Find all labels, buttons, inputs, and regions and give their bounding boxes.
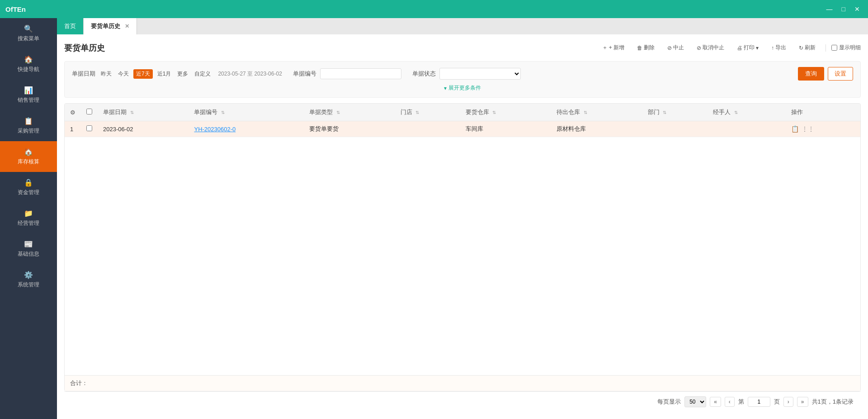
sort-req-warehouse-icon: ⇅ xyxy=(492,110,496,115)
export-button[interactable]: ↑ 导出 xyxy=(767,42,791,54)
th-out-warehouse[interactable]: 待出仓库 ⇅ xyxy=(551,104,642,121)
row-select-checkbox[interactable] xyxy=(86,125,92,131)
shortcut-more[interactable]: 更多 xyxy=(175,69,190,79)
content-area: 首页 要货单历史 ✕ 要货单历史 ＋ + 新增 xyxy=(57,18,868,419)
sort-out-warehouse-icon: ⇅ xyxy=(584,110,587,115)
date-shortcuts: 昨天 今天 近7天 近1月 更多 自定义 xyxy=(99,69,212,79)
expand-label: 展开更多条件 xyxy=(448,84,481,92)
export-icon: ↑ xyxy=(771,45,774,51)
date-filter: 单据日期 昨天 今天 近7天 近1月 更多 自定义 2023-05-27 至 2… xyxy=(72,69,282,79)
expand-icon: ▾ xyxy=(444,85,447,91)
status-select[interactable] xyxy=(439,68,521,80)
page-title: 要货单历史 xyxy=(64,43,105,53)
th-store[interactable]: 门店 ⇅ xyxy=(395,104,460,121)
order-number-link[interactable]: YH-20230602-0 xyxy=(194,126,236,133)
sidebar-item-search[interactable]: 🔍 搜索菜单 xyxy=(0,18,57,49)
new-icon: ＋ xyxy=(602,44,608,52)
maximize-button[interactable]: □ xyxy=(839,5,848,14)
tab-close-icon[interactable]: ✕ xyxy=(125,23,129,29)
row-number: YH-20230602-0 xyxy=(189,121,304,137)
display-detail-toggle[interactable]: 显示明细 xyxy=(831,44,861,52)
th-settings[interactable]: ⚙ xyxy=(65,104,81,121)
cancel-stop-button[interactable]: ⊘ 取消中止 xyxy=(692,42,729,54)
sidebar: 🔍 搜索菜单 🏠 快捷导航 📊 销售管理 📋 采购管理 🏠 库存核算 🔒 xyxy=(0,18,57,419)
sidebar-item-sales[interactable]: 📊 销售管理 xyxy=(0,80,57,110)
action-icons: 📋 ⋮⋮ xyxy=(791,125,855,133)
print-button[interactable]: 🖨 打印 ▾ xyxy=(732,42,763,54)
inventory-icon: 🏠 xyxy=(24,148,33,156)
expand-filters-button[interactable]: ▾ 展开更多条件 xyxy=(72,84,853,92)
th-checkbox xyxy=(81,104,98,121)
row-handler xyxy=(708,121,786,137)
edit-action-icon[interactable]: 📋 xyxy=(791,125,799,133)
page-label: 第 xyxy=(738,398,744,406)
pagination-bar: 每页显示 50 « ‹ 第 页 › » 共1页，1条记录 xyxy=(64,391,861,412)
th-type[interactable]: 单据类型 ⇅ xyxy=(304,104,395,121)
stop-button[interactable]: ⊘ 中止 xyxy=(663,42,689,54)
sidebar-label-finance: 资金管理 xyxy=(18,189,39,196)
th-handler[interactable]: 经手人 ⇅ xyxy=(708,104,786,121)
data-table: ⚙ 单据日期 ⇅ 单据编号 xyxy=(65,104,860,137)
next-page-button[interactable]: › xyxy=(783,397,793,407)
toolbar-divider xyxy=(826,44,826,52)
page-content: 要货单历史 ＋ + 新增 🗑 删除 ⊘ 中止 xyxy=(57,34,868,419)
th-date[interactable]: 单据日期 ⇅ xyxy=(98,104,189,121)
delete-button[interactable]: 🗑 删除 xyxy=(632,42,659,54)
th-department[interactable]: 部门 ⇅ xyxy=(642,104,708,121)
tab-home-label: 首页 xyxy=(64,22,76,30)
row-store xyxy=(395,121,460,137)
total-info: 共1页，1条记录 xyxy=(812,398,854,406)
page-header: 要货单历史 ＋ + 新增 🗑 删除 ⊘ 中止 xyxy=(64,42,861,54)
page-suffix: 页 xyxy=(774,398,780,406)
sort-store-icon: ⇅ xyxy=(415,110,419,115)
tab-home[interactable]: 首页 xyxy=(57,18,84,34)
order-number-label: 单据编号 xyxy=(293,70,316,78)
refresh-button[interactable]: ↻ 刷新 xyxy=(794,42,820,54)
tab-requisition-label: 要货单历史 xyxy=(91,22,120,30)
shortcut-custom[interactable]: 自定义 xyxy=(193,69,212,79)
th-req-warehouse[interactable]: 要货仓库 ⇅ xyxy=(460,104,551,121)
row-out-warehouse: 原材料仓库 xyxy=(551,121,642,137)
prev-page-button[interactable]: ‹ xyxy=(725,397,735,407)
sidebar-item-inventory[interactable]: 🏠 库存核算 xyxy=(0,141,57,172)
sort-handler-icon: ⇅ xyxy=(734,110,738,115)
settings-button[interactable]: 设置 xyxy=(828,67,853,81)
top-bar: OfTEn — □ ✕ xyxy=(0,0,868,18)
sort-department-icon: ⇅ xyxy=(663,110,666,115)
select-all-checkbox[interactable] xyxy=(86,109,92,114)
per-page-select[interactable]: 50 xyxy=(684,396,706,407)
sidebar-item-shortcut[interactable]: 🏠 快捷导航 xyxy=(0,49,57,80)
stop-icon: ⊘ xyxy=(667,45,672,51)
close-button[interactable]: ✕ xyxy=(852,5,863,14)
shortcut-7days[interactable]: 近7天 xyxy=(133,69,153,79)
tab-requisition-history[interactable]: 要货单历史 ✕ xyxy=(84,18,137,34)
sidebar-item-finance[interactable]: 🔒 资金管理 xyxy=(0,172,57,203)
more-action-icon[interactable]: ⋮⋮ xyxy=(802,125,814,133)
minimize-button[interactable]: — xyxy=(824,5,835,14)
sidebar-label-shortcut: 快捷导航 xyxy=(18,66,39,73)
shortcut-yesterday[interactable]: 昨天 xyxy=(99,69,113,79)
sidebar-item-operation[interactable]: 📁 经营管理 xyxy=(0,203,57,233)
th-number[interactable]: 单据编号 ⇅ xyxy=(189,104,304,121)
sidebar-label-system: 系统管理 xyxy=(18,281,39,289)
filter-area: 单据日期 昨天 今天 近7天 近1月 更多 自定义 2023-05-27 至 2… xyxy=(64,61,861,98)
last-page-button[interactable]: » xyxy=(797,397,808,407)
new-button[interactable]: ＋ + 新增 xyxy=(598,42,629,54)
home-icon: 🏠 xyxy=(24,55,33,64)
query-button[interactable]: 查询 xyxy=(798,67,824,81)
shortcut-today[interactable]: 今天 xyxy=(116,69,131,79)
footer-label: 合计： xyxy=(70,380,88,386)
purchase-icon: 📋 xyxy=(24,117,33,125)
sidebar-item-purchase[interactable]: 📋 采购管理 xyxy=(0,110,57,141)
order-number-input[interactable] xyxy=(320,68,401,79)
display-detail-checkbox[interactable] xyxy=(831,45,837,51)
shortcut-1month[interactable]: 近1月 xyxy=(156,69,173,79)
sidebar-item-basic[interactable]: 📰 基础信息 xyxy=(0,233,57,264)
sidebar-item-system[interactable]: ⚙️ 系统管理 xyxy=(0,264,57,295)
sales-icon: 📊 xyxy=(24,86,33,95)
sort-date-icon: ⇅ xyxy=(130,110,134,115)
page-number-input[interactable] xyxy=(748,397,770,407)
order-number-filter: 单据编号 xyxy=(293,68,401,79)
first-page-button[interactable]: « xyxy=(710,397,721,407)
print-icon: 🖨 xyxy=(737,45,742,51)
